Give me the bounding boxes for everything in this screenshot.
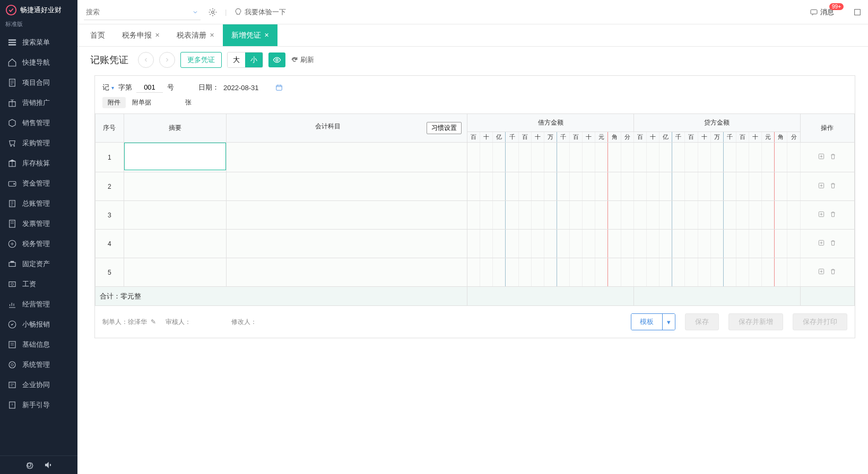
add-row-icon[interactable] [818,210,825,218]
digit-cell[interactable] [557,143,569,172]
digit-cell[interactable] [672,172,685,201]
chevron-down-icon[interactable] [192,9,198,15]
digit-cell[interactable] [544,230,557,258]
digit-cell[interactable] [557,172,569,201]
digit-cell[interactable] [736,258,749,287]
experience-link[interactable]: 我要体验一下 [234,7,286,17]
digit-cell[interactable] [570,230,583,258]
digit-cell[interactable] [749,143,762,172]
voucher-number-input[interactable] [136,82,163,93]
sidebar-item-collab[interactable]: 企业协同 [0,375,77,395]
digit-cell[interactable] [531,143,544,172]
digit-cell[interactable] [480,143,493,172]
more-voucher-button[interactable]: 更多凭证 [180,52,222,68]
sidebar-item-doc[interactable]: 项目合同 [0,73,77,93]
delete-row-icon[interactable] [829,153,837,160]
digit-cell[interactable] [544,172,557,201]
digit-cell[interactable] [531,201,544,230]
digit-cell[interactable] [531,258,544,287]
digit-cell[interactable] [557,201,569,230]
sidebar-item-gift[interactable]: 营销推广 [0,93,77,113]
digit-cell[interactable] [698,258,710,287]
digit-cell[interactable] [506,143,518,172]
digit-cell[interactable] [493,143,506,172]
summary-input[interactable] [124,143,226,170]
digit-cell[interactable] [775,201,787,230]
habit-button[interactable]: 习惯设置 [427,122,462,134]
digit-cell[interactable] [493,258,506,287]
sidebar-item-ledger[interactable]: 总账管理 [0,194,77,214]
digit-cell[interactable] [762,201,775,230]
digit-cell[interactable] [723,143,736,172]
digit-cell[interactable] [698,143,710,172]
digit-cell[interactable] [787,230,800,258]
subject-cell[interactable] [226,258,467,287]
digit-cell[interactable] [787,258,800,287]
message-button[interactable]: 消息 99+ [810,7,834,17]
add-row-icon[interactable] [818,153,825,160]
sidebar-item-invoice[interactable]: 发票管理 [0,214,77,234]
digit-cell[interactable] [518,143,531,172]
digit-cell[interactable] [531,172,544,201]
digit-cell[interactable] [749,172,762,201]
refresh-button[interactable]: 刷新 [291,55,314,65]
edit-icon[interactable]: ✎ [151,318,156,326]
digit-cell[interactable] [775,143,787,172]
delete-row-icon[interactable] [829,239,837,247]
digit-cell[interactable] [633,230,646,258]
digit-cell[interactable] [583,230,595,258]
gear-icon[interactable] [208,7,218,17]
expand-icon[interactable] [853,8,862,16]
digit-cell[interactable] [506,172,518,201]
settings-icon[interactable] [24,460,34,470]
sidebar-item-cube[interactable]: 销售管理 [0,113,77,133]
search-input[interactable] [84,4,201,20]
digit-cell[interactable] [736,230,749,258]
digit-cell[interactable] [595,143,608,172]
preview-button[interactable] [268,52,285,67]
attachment-chip[interactable]: 附件 [102,97,126,108]
digit-cell[interactable] [493,230,506,258]
delete-row-icon[interactable] [829,182,837,189]
sidebar-item-cart[interactable]: 采购管理 [0,133,77,153]
digit-cell[interactable] [787,172,800,201]
sidebar-item-reimburse[interactable]: 小畅报销 [0,314,77,335]
digit-cell[interactable] [698,230,710,258]
next-arrow[interactable] [159,52,175,68]
digit-cell[interactable] [762,143,775,172]
digit-cell[interactable] [698,172,710,201]
digit-cell[interactable] [595,230,608,258]
subject-cell[interactable] [226,230,467,258]
sidebar-item-info[interactable]: 基础信息 [0,335,77,355]
close-icon[interactable]: ✕ [264,32,269,39]
digit-cell[interactable] [633,172,646,201]
digit-cell[interactable] [544,201,557,230]
digit-cell[interactable] [672,143,685,172]
digit-cell[interactable] [633,143,646,172]
digit-cell[interactable] [762,230,775,258]
digit-cell[interactable] [621,172,633,201]
save-button[interactable]: 保存 [685,313,719,330]
digit-cell[interactable] [736,143,749,172]
summary-cell[interactable] [124,172,226,201]
digit-cell[interactable] [633,258,646,287]
digit-cell[interactable] [480,172,493,201]
digit-cell[interactable] [647,258,659,287]
template-main[interactable]: 模板 [631,314,662,330]
digit-cell[interactable] [775,230,787,258]
digit-cell[interactable] [685,172,698,201]
delete-row-icon[interactable] [829,210,837,218]
digit-cell[interactable] [493,172,506,201]
tab[interactable]: 税务申报✕ [114,24,168,46]
digit-cell[interactable] [647,143,659,172]
date-input[interactable] [223,84,271,92]
digit-cell[interactable] [749,230,762,258]
summary-cell[interactable] [124,230,226,258]
size-large-button[interactable]: 大 [228,52,245,67]
template-arrow[interactable]: ▾ [662,314,675,330]
tab[interactable]: 首页 [82,24,114,46]
voucher-type[interactable]: 记 [102,83,109,92]
digit-cell[interactable] [633,201,646,230]
summary-cell[interactable] [124,258,226,287]
digit-cell[interactable] [583,143,595,172]
